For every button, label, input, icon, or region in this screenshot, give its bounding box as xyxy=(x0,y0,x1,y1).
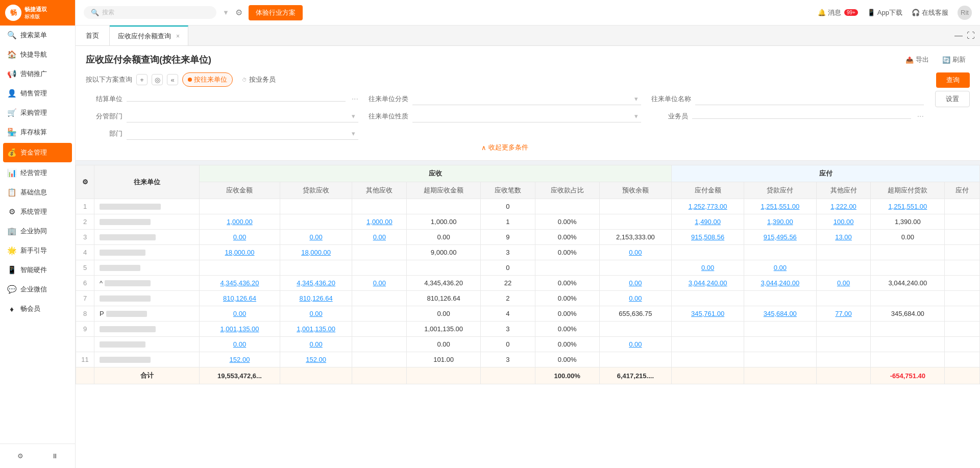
pay-other[interactable]: 100.00 xyxy=(816,214,871,230)
pay-amount[interactable]: 345,761.00 xyxy=(672,306,744,322)
settlement-dots-icon[interactable]: ··· xyxy=(352,94,358,104)
sidebar-collapse-btn[interactable]: ⏸ xyxy=(40,449,70,463)
sidebar-item-search-menu[interactable]: 🔍 搜索菜单 xyxy=(0,26,75,45)
rcv-loan[interactable]: 18,000.00 xyxy=(280,245,352,260)
pay-other[interactable]: 0.00 xyxy=(816,276,871,291)
dept-select[interactable]: ▾ xyxy=(127,128,358,140)
sidebar-item-smart-hw[interactable]: 📱 智能硬件 xyxy=(0,260,75,280)
rcv-amount[interactable]: 810,126.64 xyxy=(200,291,280,306)
tab-minimize-icon[interactable]: — xyxy=(954,31,963,40)
scheme-collapse-btn[interactable]: « xyxy=(167,74,178,85)
rcv-loan[interactable]: 0.00 xyxy=(280,230,352,245)
pay-loan[interactable]: 1,390.00 xyxy=(744,214,816,230)
sidebar-item-marketing[interactable]: 📢 营销推广 xyxy=(0,64,75,84)
industry-plan-button[interactable]: 体验行业方案 xyxy=(249,5,303,20)
partner-name xyxy=(94,322,200,337)
pay-loan[interactable]: 345,684.00 xyxy=(744,306,816,322)
pay-amount[interactable]: 1,252,773.00 xyxy=(672,199,744,214)
scheme-settings-btn[interactable]: ◎ xyxy=(152,74,163,85)
pay-loan[interactable]: 0.00 xyxy=(744,260,816,276)
partner-category-select[interactable]: ▾ xyxy=(412,93,641,105)
sidebar-item-quick-nav[interactable]: 🏠 快捷导航 xyxy=(0,45,75,64)
rcv-amount[interactable]: 0.00 xyxy=(200,337,280,352)
rcv-loan[interactable]: 4,345,436.20 xyxy=(280,276,352,291)
sidebar-item-wechat[interactable]: 💬 企业微信 xyxy=(0,280,75,299)
table-col-settings-icon[interactable]: ⚙ xyxy=(82,178,88,186)
rcv-loan[interactable]: 152.00 xyxy=(280,352,352,367)
rcv-prepay[interactable]: 0.00 xyxy=(599,291,672,306)
setting-button[interactable]: 设置 xyxy=(935,91,970,107)
sidebar-item-sales[interactable]: 👤 销售管理 xyxy=(0,84,75,103)
table-settings-col[interactable]: ⚙ xyxy=(76,165,94,199)
page-content: 应收应付余额查询(按往来单位) 📤 导出 🔄 刷新 按以下方案查询 xyxy=(76,46,980,468)
rcv-prepay[interactable]: 0.00 xyxy=(599,245,672,260)
scheme-option-partner[interactable]: 按往来单位 xyxy=(182,72,233,87)
rcv-amount[interactable]: 18,000.00 xyxy=(200,245,280,260)
collapse-more-btn[interactable]: ∧ 收起更多条件 xyxy=(86,140,924,155)
salesman-dots-icon[interactable]: ··· xyxy=(917,112,924,121)
scheme-dot xyxy=(188,78,192,82)
rcv-amount[interactable]: 152.00 xyxy=(200,352,280,367)
sidebar-item-purchase[interactable]: 🛒 采购管理 xyxy=(0,103,75,122)
rcv-amount[interactable]: 0.00 xyxy=(200,230,280,245)
pay-other[interactable]: 77.00 xyxy=(816,306,871,322)
rcv-loan[interactable]: 0.00 xyxy=(280,337,352,352)
sidebar-item-basic-info[interactable]: 📋 基础信息 xyxy=(0,183,75,202)
rcv-other[interactable]: 0.00 xyxy=(352,230,407,245)
refresh-button[interactable]: 🔄 刷新 xyxy=(938,53,970,66)
online-service-btn[interactable]: 🎧 在线客服 xyxy=(912,8,948,17)
pay-loan[interactable]: 1,251,551.00 xyxy=(744,199,816,214)
partner-name-input[interactable] xyxy=(695,93,924,105)
rcv-amount[interactable]: 1,000.00 xyxy=(200,214,280,230)
tab-fullscreen-icon[interactable]: ⛶ xyxy=(967,31,975,40)
sidebar-item-inventory[interactable]: 🏪 库存核算 xyxy=(0,122,75,142)
rcv-amount[interactable]: 4,345,436.20 xyxy=(200,276,280,291)
sidebar-item-operations[interactable]: 📊 经营管理 xyxy=(0,163,75,183)
avatar[interactable]: Rit xyxy=(958,6,972,20)
rcv-count: 3 xyxy=(481,245,535,260)
sidebar-item-system[interactable]: ⚙ 系统管理 xyxy=(0,202,75,221)
rcv-amount[interactable]: 1,001,135.00 xyxy=(200,322,280,337)
pay-other[interactable]: 13.00 xyxy=(816,230,871,245)
sidebar-item-enterprise[interactable]: 🏢 企业协同 xyxy=(0,221,75,241)
pay-other[interactable]: 1,222.00 xyxy=(816,199,871,214)
rcv-loan[interactable]: 810,126.64 xyxy=(280,291,352,306)
rcv-other[interactable]: 1,000.00 xyxy=(352,214,407,230)
app-download-btn[interactable]: 📱 App下载 xyxy=(867,8,902,17)
sidebar-settings-btn[interactable]: ⚙ xyxy=(5,449,36,463)
pay-loan xyxy=(744,322,816,337)
dept-manager-select[interactable]: ▾ xyxy=(127,110,358,122)
pay-tail xyxy=(945,352,980,367)
sidebar-item-guide[interactable]: 🌟 新手引导 xyxy=(0,241,75,260)
query-button[interactable]: 查询 xyxy=(936,72,970,88)
rcv-other[interactable]: 0.00 xyxy=(352,276,407,291)
header-settings-icon[interactable]: ⚙ xyxy=(235,8,242,17)
tab-close-icon[interactable]: × xyxy=(176,33,180,40)
sidebar-item-member[interactable]: ♦ 畅会员 xyxy=(0,299,75,318)
scheme-add-btn[interactable]: + xyxy=(136,74,148,85)
tab-home[interactable]: 首页 xyxy=(76,26,110,45)
scheme-option-salesman[interactable]: ⏱ 按业务员 xyxy=(237,73,281,86)
partner-nature-select[interactable]: ▾ xyxy=(412,110,641,122)
pay-overdue[interactable]: 1,251,551.00 xyxy=(871,199,945,214)
pay-amount[interactable]: 915,508.56 xyxy=(672,230,744,245)
salesman-input[interactable] xyxy=(692,114,911,119)
rcv-loan[interactable]: 1,001,135.00 xyxy=(280,322,352,337)
global-search-bar[interactable]: 🔍 搜索 xyxy=(84,6,216,19)
rcv-prepay[interactable]: 0.00 xyxy=(599,276,672,291)
pay-amount[interactable]: 1,490.00 xyxy=(672,214,744,230)
pay-amount[interactable]: 3,044,240.00 xyxy=(672,276,744,291)
settlement-unit-input[interactable] xyxy=(127,97,346,102)
pay-loan[interactable]: 3,044,240.00 xyxy=(744,276,816,291)
export-button[interactable]: 📤 导出 xyxy=(901,53,933,66)
tab-receivable-query[interactable]: 应收应付余额查询 × xyxy=(110,26,188,45)
header-dropdown-icon[interactable]: ▼ xyxy=(223,9,229,16)
table-body: 1 0 1,252,773.00 1,251,551.00 1,222.00 1… xyxy=(76,199,980,367)
rcv-amount[interactable]: 0.00 xyxy=(200,306,280,322)
rcv-loan[interactable]: 0.00 xyxy=(280,306,352,322)
pay-amount[interactable]: 0.00 xyxy=(672,260,744,276)
notifications-btn[interactable]: 🔔 消息 99+ xyxy=(818,8,858,17)
rcv-prepay[interactable]: 0.00 xyxy=(599,337,672,352)
pay-loan[interactable]: 915,495.56 xyxy=(744,230,816,245)
sidebar-item-finance[interactable]: 💰 资金管理 xyxy=(3,143,72,162)
